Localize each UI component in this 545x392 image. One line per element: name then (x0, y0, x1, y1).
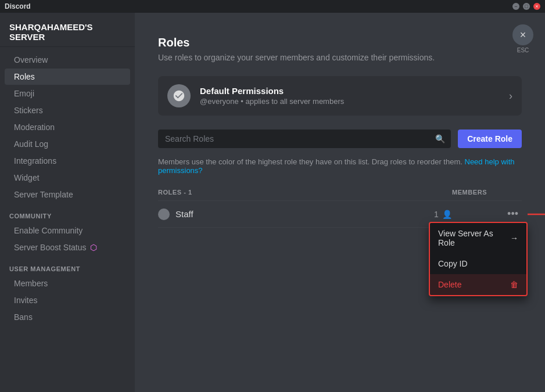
arrow-right-icon: → (510, 233, 518, 243)
sidebar-item-label: Widget (14, 173, 40, 182)
context-menu-delete[interactable]: Delete 🗑 (430, 274, 526, 295)
esc-label: ESC (512, 48, 533, 53)
red-arrow-annotation (528, 208, 545, 220)
create-role-button[interactable]: Create Role (458, 130, 522, 148)
search-create-row: 🔍 Create Role (158, 130, 522, 148)
view-server-as-role-label: View Server As Role (438, 229, 510, 247)
sidebar-item-label: Server Boost Status (14, 243, 87, 252)
sidebar-item-overview[interactable]: Overview (5, 52, 130, 68)
window-controls: − □ × (512, 3, 540, 10)
members-col: 1 👤 (434, 210, 504, 219)
sidebar-item-label: Emoji (14, 89, 34, 98)
sidebar-item-label: Roles (14, 72, 35, 81)
maximize-button[interactable]: □ (523, 3, 530, 10)
role-name: Staff (175, 209, 193, 219)
roles-table-header: ROLES - 1 MEMBERS (158, 184, 522, 201)
title-bar: Discord − □ × (0, 0, 545, 13)
sidebar-item-label: Invites (14, 296, 37, 305)
sidebar-item-label: Server Template (14, 190, 73, 199)
sidebar-item-server-boost-status[interactable]: Server Boost Status ⬡ (5, 239, 130, 256)
sidebar-item-invites[interactable]: Invites (5, 292, 130, 308)
sidebar-item-label: Members (14, 279, 48, 288)
default-permissions-subtitle: @everyone • applies to all server member… (200, 97, 509, 106)
sidebar-item-moderation[interactable]: Moderation (5, 119, 130, 135)
main-content: × ESC Roles Use roles to organize your s… (135, 13, 545, 392)
copy-id-label: Copy ID (438, 259, 468, 268)
more-options-button[interactable]: ••• (504, 207, 522, 221)
community-section-header: COMMUNITY (0, 203, 135, 222)
default-permissions-text: Default Permissions @everyone • applies … (200, 86, 509, 106)
sidebar-item-emoji[interactable]: Emoji (5, 85, 130, 102)
context-menu-view-server-as-role[interactable]: View Server As Role → (430, 223, 526, 253)
search-icon-button[interactable]: 🔍 (435, 134, 445, 143)
app-title: Discord (5, 2, 31, 10)
context-menu-copy-id[interactable]: Copy ID (430, 253, 526, 274)
sidebar-item-integrations[interactable]: Integrations (5, 153, 130, 169)
search-input[interactable] (158, 130, 451, 148)
chevron-right-icon: › (509, 90, 512, 102)
member-count: 1 (434, 210, 439, 219)
user-management-section-header: USER MANAGEMENT (0, 256, 135, 275)
close-button[interactable]: × (512, 24, 533, 45)
col-roles-header: ROLES - 1 (158, 189, 452, 196)
role-row: Staff 1 👤 ••• View Server As Role → Copy… (158, 201, 522, 228)
trash-icon: 🗑 (510, 280, 518, 289)
help-text: Members use the color of the highest rol… (158, 157, 522, 175)
sidebar-item-bans[interactable]: Bans (5, 309, 130, 325)
role-color-icon (158, 208, 170, 220)
sidebar-item-roles[interactable]: Roles (5, 69, 130, 85)
page-description: Use roles to organize your server member… (158, 53, 522, 62)
sidebar: SHARQAHAMEED'S SERVER Overview Roles Emo… (0, 13, 135, 392)
sidebar-item-enable-community[interactable]: Enable Community (5, 222, 130, 239)
close-window-button[interactable]: × (533, 3, 540, 10)
sidebar-item-audit-log[interactable]: Audit Log (5, 136, 130, 152)
page-title: Roles (158, 36, 522, 49)
role-info: Staff (158, 208, 434, 220)
sidebar-item-stickers[interactable]: Stickers (5, 102, 130, 118)
sidebar-item-label: Enable Community (14, 226, 83, 235)
context-menu: View Server As Role → Copy ID Delete 🗑 (429, 222, 528, 296)
sidebar-item-members[interactable]: Members (5, 275, 130, 292)
default-permissions-card[interactable]: Default Permissions @everyone • applies … (158, 76, 522, 116)
sidebar-item-label: Overview (14, 55, 48, 64)
search-icon: 🔍 (435, 134, 445, 143)
server-name: SHARQAHAMEED'S SERVER (0, 13, 135, 47)
sidebar-item-label: Audit Log (14, 139, 48, 149)
delete-label: Delete (438, 280, 461, 289)
sidebar-item-server-template[interactable]: Server Template (5, 186, 130, 203)
default-permissions-icon (167, 84, 191, 107)
close-icon: × (520, 29, 526, 41)
boost-icon: ⬡ (90, 243, 97, 252)
close-button-container: × ESC (512, 24, 533, 53)
sidebar-item-widget[interactable]: Widget (5, 170, 130, 186)
sidebar-item-label: Integrations (14, 156, 56, 166)
default-permissions-title: Default Permissions (200, 86, 509, 96)
sidebar-item-label: Stickers (14, 106, 43, 115)
search-wrapper: 🔍 (158, 130, 451, 148)
sidebar-item-label: Bans (14, 312, 33, 322)
minimize-button[interactable]: − (512, 3, 519, 10)
sidebar-item-label: Moderation (14, 123, 55, 132)
app-container: SHARQAHAMEED'S SERVER Overview Roles Emo… (0, 13, 545, 392)
members-icon: 👤 (442, 210, 452, 219)
col-members-header: MEMBERS (452, 189, 522, 196)
